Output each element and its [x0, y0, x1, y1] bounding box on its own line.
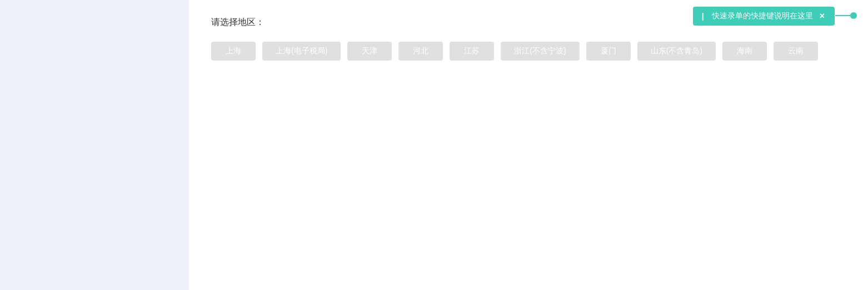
region-button-hebei[interactable]: 河北 — [398, 42, 443, 61]
region-button-shanghai-etax[interactable]: 上海(电子税局) — [262, 42, 341, 61]
tooltip-connector-line — [835, 15, 851, 16]
tooltip-banner: 快速录单的快捷键说明在这里 × — [693, 7, 835, 26]
region-buttons-container: 上海上海(电子税局)天津河北江苏浙江(不含宁波)厦门山东(不含青岛)海南云南 — [211, 42, 846, 61]
region-button-hainan[interactable]: 海南 — [722, 42, 767, 61]
tooltip-text: 快速录单的快捷键说明在这里 — [712, 11, 813, 21]
tooltip-close-button[interactable]: × — [819, 11, 826, 21]
region-button-tianjin[interactable]: 天津 — [347, 42, 392, 61]
region-button-shanghai[interactable]: 上海 — [211, 42, 256, 61]
region-button-shandong[interactable]: 山东(不含青岛) — [637, 42, 716, 61]
region-button-jiangsu[interactable]: 江苏 — [450, 42, 494, 61]
region-button-xiamen[interactable]: 厦门 — [586, 42, 631, 61]
tooltip-connector-dot — [850, 12, 857, 19]
main-content: 请选择地区： 上海上海(电子税局)天津河北江苏浙江(不含宁波)厦门山东(不含青岛… — [189, 0, 868, 290]
region-button-zhejiang[interactable]: 浙江(不含宁波) — [501, 42, 579, 61]
region-button-yunnan[interactable]: 云南 — [774, 42, 818, 61]
left-sidebar — [0, 0, 189, 290]
